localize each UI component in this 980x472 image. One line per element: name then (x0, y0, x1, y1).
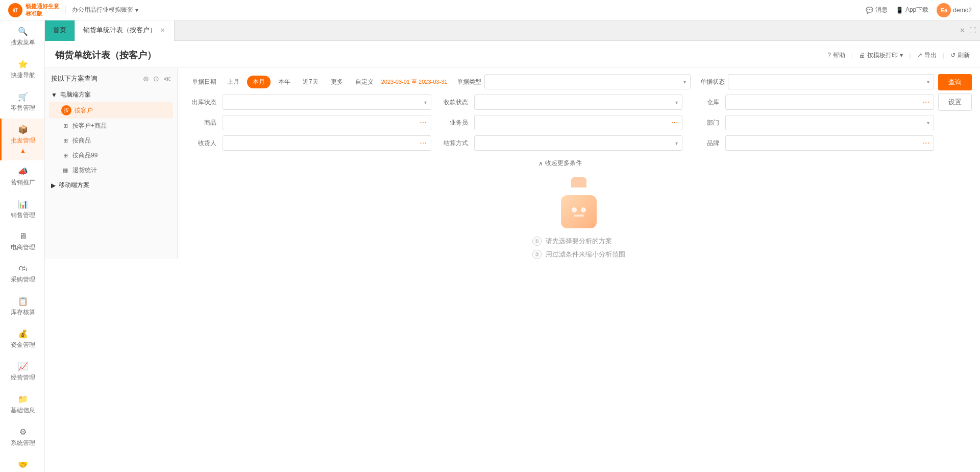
query-button[interactable]: 查询 (938, 74, 972, 90)
mobile-scheme-header[interactable]: ▶ 移动端方案 (49, 178, 173, 193)
shopping-icon: 🛍 (19, 264, 27, 273)
megaphone-icon: 📣 (18, 167, 28, 176)
settings-button[interactable]: 设置 (938, 93, 972, 111)
date-btn-custom[interactable]: 自定义 (351, 76, 378, 88)
filter-row-2: 出库状态 ▾ 收款状态 ▾ (186, 95, 934, 110)
help-icon: ? (827, 52, 831, 59)
print-icon: 🖨 (859, 52, 865, 59)
topbar-left: 好 畅捷通好生意 标准版 办公用品行业模拟账套 ▾ (8, 3, 138, 17)
tab-close-icon[interactable]: ✕ (159, 26, 166, 35)
sidebar-item-operations[interactable]: 📈 经营管理 (0, 356, 44, 388)
scheme-item-return-stats[interactable]: ▦ 退货统计 (49, 163, 173, 178)
industry-selector[interactable]: 办公用品行业模拟账套 ▾ (65, 6, 138, 14)
salesperson-dots-icon: ··· (671, 118, 678, 127)
topbar: 好 畅捷通好生意 标准版 办公用品行业模拟账套 ▾ 💬 消息 📱 App下载 E… (0, 0, 980, 20)
empty-steps: ① 请先选择要分析的方案 ② 用过滤条件来缩小分析范围 (532, 237, 625, 259)
step-1-num: ① (532, 237, 542, 246)
date-range-display: 2023-03-01 至 2023-03-31 (381, 78, 448, 86)
tab-sales-stats[interactable]: 销货单统计表（按客户） ✕ (75, 20, 175, 41)
date-btn-this-year[interactable]: 本年 (274, 76, 295, 88)
sidebar-item-ecom[interactable]: 🖥 电商管理 (0, 226, 44, 258)
tab-bar: 首页 销货单统计表（按客户） ✕ ✕ ⛶ (45, 20, 980, 41)
date-btn-more[interactable]: 更多 (326, 76, 348, 88)
order-status-select[interactable]: ▾ (728, 74, 934, 89)
settlement-select[interactable]: ▾ (474, 135, 683, 151)
add-scheme-icon[interactable]: ⊕ (143, 75, 149, 83)
sidebar-item-search-menu[interactable]: 🔍 搜索菜单 (0, 20, 44, 53)
sidebar-item-wholesale[interactable]: 📦 批发管理 ▲ (0, 119, 44, 160)
date-label: 单据日期 (186, 78, 216, 86)
refresh-btn[interactable]: ↺ 刷新 (950, 51, 970, 60)
department-select[interactable]: ▾ (725, 115, 934, 130)
scheme-item-by-customer-goods[interactable]: ⊞ 按客户+商品 (49, 119, 173, 133)
user-area[interactable]: Ea demo2 (937, 3, 972, 17)
desktop-scheme-header[interactable]: ▼ 电脑端方案 (49, 87, 173, 102)
date-btn-7days[interactable]: 近7天 (298, 76, 323, 88)
recipient-input[interactable]: ··· (223, 135, 431, 151)
content-area: 首页 销货单统计表（按客户） ✕ ✕ ⛶ 销货单统计表（按客户） ? 帮助 (45, 20, 980, 472)
page-content: 销货单统计表（按客户） ? 帮助 | 🖨 按模板打印 ▾ | ↗ (45, 41, 980, 472)
tab-home[interactable]: 首页 (45, 20, 75, 41)
export-btn[interactable]: ↗ 导出 (917, 51, 937, 60)
box-icon: 📦 (18, 125, 28, 134)
desktop-scheme-section: ▼ 电脑端方案 按 按客户 ⊞ 按客户+商品 ⊞ (45, 87, 177, 178)
close-window-icon[interactable]: ✕ (960, 27, 965, 34)
monitor-icon: 🖥 (19, 232, 27, 241)
warehouse-dots-icon: ··· (923, 98, 929, 107)
template-print-btn[interactable]: 🖨 按模板打印 ▾ (859, 51, 903, 60)
date-btn-this-month[interactable]: 本月 (247, 76, 271, 88)
warehouse-label: 仓库 (689, 98, 719, 107)
salesperson-input[interactable]: ··· (474, 115, 683, 130)
collapse-btn[interactable]: ∧ 收起更多条件 (186, 156, 934, 171)
search-icon: 🔍 (18, 27, 28, 36)
empty-state: ① 请先选择要分析的方案 ② 用过滤条件来缩小分析范围 (178, 177, 980, 259)
brand-label: 品牌 (689, 139, 719, 148)
sidebar-item-marketing[interactable]: 📣 营销推广 (0, 160, 44, 193)
sidebar-item-finance[interactable]: 💰 资金管理 (0, 323, 44, 356)
sidebar-item-enterprise[interactable]: 🤝 企业协同 (0, 454, 44, 472)
out-status-select[interactable]: ▾ (223, 95, 431, 110)
page-actions: ? 帮助 | 🖨 按模板打印 ▾ | ↗ 导出 | (827, 51, 970, 60)
date-btn-last-month[interactable]: 上月 (223, 76, 244, 88)
payment-status-select[interactable]: ▾ (474, 95, 683, 110)
message-btn[interactable]: 💬 消息 (866, 6, 888, 14)
sidebar-item-inventory[interactable]: 📋 库存核算 (0, 290, 44, 323)
money-icon: 💰 (18, 329, 28, 339)
panel-header: 按以下方案查询 ⊕ ⊙ ≪ (45, 74, 177, 87)
maximize-icon[interactable]: ⛶ (969, 27, 976, 34)
chevron-right-icon: ▶ (51, 182, 56, 189)
chevron-down-section-icon: ▼ (51, 91, 57, 99)
chevron-down-icon-type: ▾ (683, 79, 686, 85)
logo-text: 畅捷通好生意 标准版 (26, 3, 59, 16)
message-icon: 💬 (866, 7, 873, 14)
collapse-icon: ∧ (538, 160, 543, 167)
brand-input[interactable]: ··· (725, 135, 934, 151)
scheme-item-by-customer[interactable]: 按 按客户 (49, 102, 173, 119)
settings-scheme-icon[interactable]: ⊙ (153, 75, 159, 83)
avatar: Ea (937, 3, 951, 17)
scheme-item-by-goods[interactable]: ⊞ 按商品 (49, 133, 173, 148)
recipient-label: 收货人 (186, 139, 216, 148)
sidebar-item-sys-mgmt[interactable]: ⚙ 系统管理 (0, 421, 44, 454)
right-panel: 单据日期 上月 本月 本年 近7天 更多 自定义 2023-03-01 至 20… (178, 68, 980, 259)
sidebar-item-sales[interactable]: 📊 销售管理 (0, 193, 44, 226)
scheme-item-by-goods-99[interactable]: ⊞ 按商品99 (49, 148, 173, 163)
app-download-btn[interactable]: 📱 App下载 (896, 6, 928, 14)
page-header: 销货单统计表（按客户） ? 帮助 | 🖨 按模板打印 ▾ | ↗ (45, 41, 980, 68)
trend-icon: 📈 (18, 362, 28, 371)
content-body: 按以下方案查询 ⊕ ⊙ ≪ ▼ 电脑端方案 (45, 68, 980, 259)
table-icon-2: ⊞ (61, 137, 69, 145)
sidebar-item-purchase[interactable]: 🛍 采购管理 (0, 258, 44, 290)
collapse-panel-icon[interactable]: ≪ (163, 75, 171, 83)
sidebar-item-retail[interactable]: 🛒 零售管理 (0, 86, 44, 119)
order-type-select[interactable]: ▾ (484, 74, 691, 89)
order-type-label: 单据类型 (453, 78, 481, 86)
sidebar-item-quick-nav[interactable]: ⭐ 快捷导航 (0, 53, 44, 86)
help-btn[interactable]: ? 帮助 (827, 51, 845, 60)
panel-actions: ⊕ ⊙ ≪ (143, 75, 171, 83)
sidebar-item-basic-info[interactable]: 📁 基础信息 (0, 388, 44, 421)
warehouse-input[interactable]: ··· (725, 95, 934, 110)
empty-step-1: ① 请先选择要分析的方案 (532, 237, 625, 246)
arrow-icon: ▲ (20, 147, 26, 154)
goods-input[interactable]: ··· (223, 115, 431, 130)
